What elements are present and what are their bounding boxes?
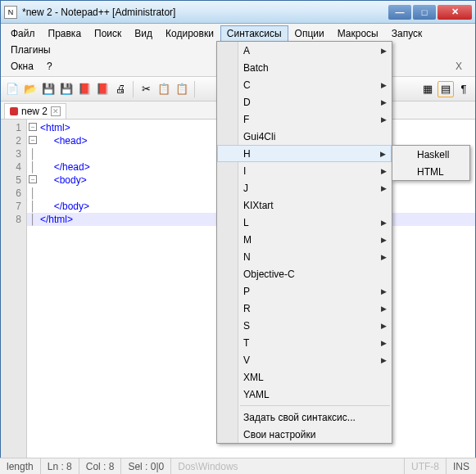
menu-item-haskell[interactable]: Haskell (392, 146, 469, 163)
menu-item-kixtart[interactable]: KIXtart (217, 196, 392, 214)
submenu-arrow-icon: ▶ (381, 115, 387, 124)
menu-item-t[interactable]: T▶ (217, 334, 392, 351)
menu-help[interactable]: ? (40, 58, 59, 74)
toggle-icon[interactable]: ▦ (419, 81, 436, 97)
fold-line-icon: │ (29, 147, 37, 160)
wrap-icon[interactable]: ▤ (437, 81, 454, 97)
maximize-button[interactable]: □ (413, 5, 436, 20)
line-number: 6 (1, 187, 26, 200)
menu-item-objective-c[interactable]: Objective-C (217, 265, 392, 282)
mdi-close[interactable]: X (451, 58, 467, 74)
menu-item-h[interactable]: H▶ (217, 145, 392, 162)
menu-item-a[interactable]: A▶ (217, 42, 392, 59)
menu-item-label: Batch (243, 62, 269, 74)
menu-item-batch[interactable]: Batch (217, 59, 392, 76)
fold-toggle-icon[interactable]: − (29, 123, 37, 131)
menu-item-i[interactable]: I▶ (217, 162, 392, 179)
fold-toggle-icon[interactable]: − (29, 136, 37, 144)
paste-icon[interactable]: 📋 (174, 81, 190, 97)
fold-toggle-icon[interactable]: − (29, 175, 37, 183)
syntax-menu: A▶BatchC▶D▶F▶Gui4CliH▶I▶J▶KIXtartL▶M▶N▶O… (216, 41, 392, 444)
menu-item-c[interactable]: C▶ (217, 76, 392, 93)
close-file-icon[interactable]: 📕 (76, 81, 93, 97)
status-enc: UTF-8 (405, 458, 447, 474)
menu-item-label: HTML (417, 166, 444, 178)
line-number: 7 (1, 200, 26, 213)
code-text: </head> (40, 160, 90, 174)
menu-item-own[interactable]: Свои настройки (217, 426, 392, 443)
status-ln: Ln : 8 (41, 458, 79, 474)
menu-edit[interactable]: Правка (42, 25, 88, 42)
indent-icon[interactable]: ¶ (456, 81, 472, 97)
fold-line-icon: │ (29, 200, 37, 213)
menu-item-label: XML (243, 372, 264, 383)
close-button[interactable]: ✕ (437, 5, 472, 20)
submenu-arrow-icon: ▶ (381, 356, 387, 364)
print-icon[interactable]: 🖨 (112, 81, 129, 97)
code-text: <html> (40, 121, 70, 134)
menu-item-label: S (243, 320, 250, 332)
menu-windows[interactable]: Окна (4, 58, 40, 74)
menu-item-p[interactable]: P▶ (217, 282, 392, 300)
app-icon: N (4, 6, 17, 19)
menu-item-label: Задать свой синтаксис... (243, 412, 356, 423)
menu-item-label: M (243, 234, 252, 246)
copy-icon[interactable]: 📋 (156, 81, 172, 97)
minimize-button[interactable]: — (388, 5, 411, 20)
menu-item-n[interactable]: N▶ (217, 248, 392, 265)
tab-new-2[interactable]: new 2 ✕ (4, 103, 66, 119)
menu-item-label: P (243, 286, 250, 297)
menu-item-r[interactable]: R▶ (217, 300, 392, 317)
menu-item-l[interactable]: L▶ (217, 214, 392, 231)
menu-item-s[interactable]: S▶ (217, 317, 392, 334)
menu-item-label: Objective-C (243, 269, 295, 280)
separator (194, 81, 195, 97)
status-bar: length Ln : 8 Col : 8 Sel : 0|0 Dos\Wind… (0, 458, 476, 474)
menu-item-label: F (243, 114, 249, 125)
separator (133, 81, 134, 97)
submenu-arrow-icon: ▶ (381, 339, 387, 347)
code-text: <body> (40, 174, 87, 187)
menu-macros[interactable]: Макросы (331, 25, 385, 42)
save-icon[interactable]: 💾 (40, 81, 57, 97)
menu-item-label: A (243, 45, 250, 56)
menu-item-label: L (243, 217, 249, 228)
menu-item-label: Свои настройки (243, 429, 315, 440)
submenu-arrow-icon: ▶ (381, 253, 387, 261)
menu-plugins[interactable]: Плагины (4, 42, 57, 58)
menu-item-label: C (243, 79, 251, 91)
submenu-arrow-icon: ▶ (381, 287, 387, 296)
menu-file[interactable]: Файл (4, 25, 42, 42)
menu-item-f[interactable]: F▶ (217, 111, 392, 128)
window-title: *new 2 - Notepad++ [Administrator] (22, 7, 388, 18)
menu-item-v[interactable]: V▶ (217, 351, 392, 368)
menu-search[interactable]: Поиск (88, 25, 128, 42)
menu-item-d[interactable]: D▶ (217, 93, 392, 111)
menu-run[interactable]: Запуск (385, 25, 429, 42)
menu-item-gui4cli[interactable]: Gui4Cli (217, 128, 392, 145)
submenu-arrow-icon: ▶ (381, 236, 387, 244)
new-file-icon[interactable]: 📄 (4, 81, 20, 97)
menu-encoding[interactable]: Кодировки (159, 25, 220, 42)
menu-item-yaml[interactable]: YAML (217, 386, 392, 403)
menu-item-m[interactable]: M▶ (217, 231, 392, 248)
menu-item-define[interactable]: Задать свой синтаксис... (217, 409, 392, 426)
menu-item-label: Gui4Cli (243, 131, 275, 142)
menu-item-label: I (243, 165, 246, 177)
close-all-icon[interactable]: 📕 (94, 81, 111, 97)
menu-syntax[interactable]: Синтаксисы (220, 25, 288, 42)
cut-icon[interactable]: ✂ (138, 81, 154, 97)
code-text: </html> (40, 213, 73, 226)
menu-options[interactable]: Опции (288, 25, 331, 42)
menu-separator (240, 405, 390, 406)
save-all-icon[interactable]: 💾 (58, 81, 75, 97)
menu-item-label: KIXtart (243, 200, 274, 211)
menu-view[interactable]: Вид (128, 25, 159, 42)
line-number: 3 (1, 147, 26, 160)
menu-item-j[interactable]: J▶ (217, 179, 392, 196)
menu-item-xml[interactable]: XML (217, 368, 392, 386)
open-file-icon[interactable]: 📂 (22, 81, 39, 97)
menu-item-label: R (243, 303, 251, 314)
menu-item-html[interactable]: HTML (392, 163, 469, 180)
tab-close-icon[interactable]: ✕ (51, 106, 61, 116)
